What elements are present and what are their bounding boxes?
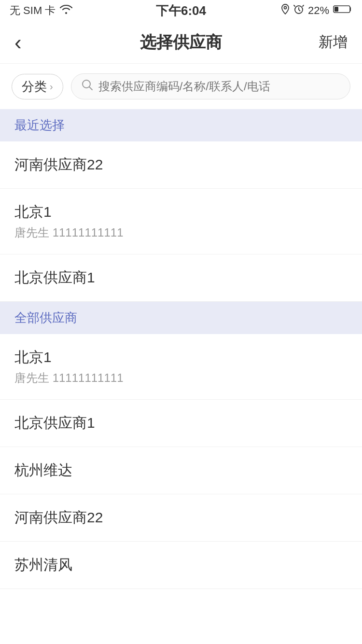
item-name: 北京供应商1	[14, 268, 348, 288]
status-right: 22%	[281, 4, 352, 17]
item-name: 苏州清风	[14, 555, 348, 575]
carrier-label: 无 SIM 卡	[10, 3, 56, 18]
item-name: 北京1	[14, 202, 348, 222]
all-section-label: 全部供应商	[14, 310, 77, 325]
category-label: 分类	[22, 78, 47, 95]
item-name: 河南供应商22	[14, 508, 348, 528]
status-time: 下午6:04	[156, 2, 206, 19]
recent-list-item[interactable]: 北京供应商1	[0, 254, 362, 302]
back-button[interactable]: ‹	[14, 30, 43, 55]
wifi-icon	[59, 4, 73, 17]
svg-rect-3	[334, 7, 338, 12]
battery-label: 22%	[308, 4, 329, 17]
all-list-item[interactable]: 苏州清风	[0, 542, 362, 589]
recent-list-item[interactable]: 河南供应商22	[0, 141, 362, 189]
nav-bar: ‹ 选择供应商 新增	[0, 21, 362, 64]
location-icon	[281, 4, 290, 17]
item-sub: 唐先生 11111111111	[14, 370, 348, 386]
search-box[interactable]	[71, 73, 350, 99]
battery-icon	[333, 4, 352, 17]
status-bar: 无 SIM 卡 下午6:04 22%	[0, 0, 362, 21]
all-list-item[interactable]: 河南供应商22	[0, 494, 362, 542]
search-input[interactable]	[98, 80, 340, 93]
all-items-list: 北京1唐先生 11111111111北京供应商1杭州维达河南供应商22苏州清风	[0, 334, 362, 589]
all-list-item[interactable]: 杭州维达	[0, 447, 362, 494]
page-title: 选择供应商	[140, 31, 222, 54]
item-sub: 唐先生 11111111111	[14, 225, 348, 240]
item-name: 河南供应商22	[14, 155, 348, 175]
search-icon	[81, 79, 94, 94]
all-list-item[interactable]: 北京供应商1	[0, 400, 362, 447]
category-arrow-icon: ›	[50, 81, 53, 92]
item-name: 北京1	[14, 348, 348, 367]
all-list-item[interactable]: 北京1唐先生 11111111111	[0, 334, 362, 400]
status-left: 无 SIM 卡	[10, 3, 73, 18]
item-name: 北京供应商1	[14, 413, 348, 433]
recent-section-header: 最近选择	[0, 109, 362, 141]
all-section-header: 全部供应商	[0, 302, 362, 334]
item-name: 杭州维达	[14, 461, 348, 480]
recent-section-label: 最近选择	[14, 118, 65, 132]
category-filter-button[interactable]: 分类 ›	[12, 74, 63, 99]
recent-items-list: 河南供应商22北京1唐先生 11111111111北京供应商1	[0, 141, 362, 302]
recent-list-item[interactable]: 北京1唐先生 11111111111	[0, 189, 362, 254]
svg-point-0	[284, 7, 286, 9]
new-action-button[interactable]: 新增	[319, 32, 348, 52]
alarm-icon	[293, 4, 304, 17]
search-area: 分类 ›	[0, 64, 362, 109]
